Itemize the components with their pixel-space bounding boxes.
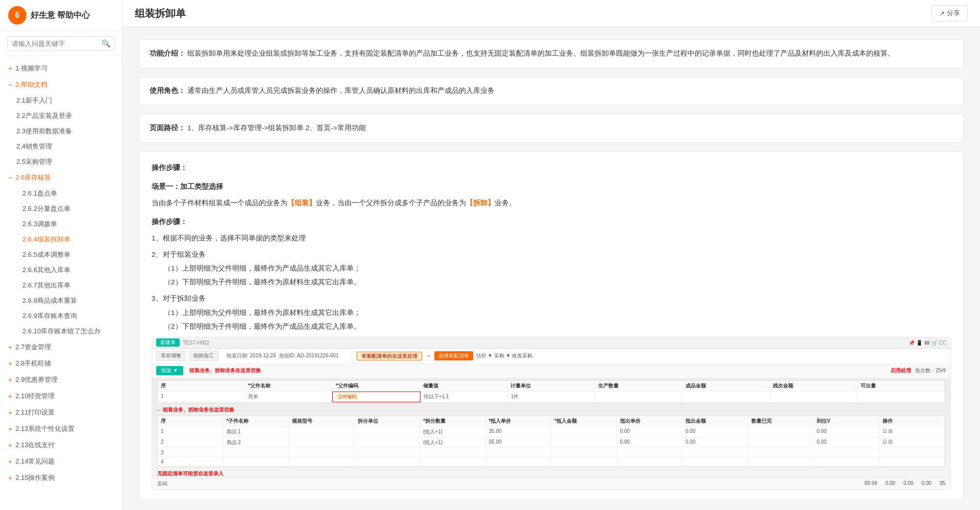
nav-label: 2.帮助文档 (15, 80, 47, 89)
expand-icon: + (8, 474, 12, 482)
scene1-title: 场景一：加工类型选择 (152, 180, 951, 193)
sidebar-item-faq[interactable]: + 2.14常见问题 (0, 453, 122, 470)
steps-main-title: 操作步骤： (152, 162, 951, 174)
fake-action: 估价 ▼ 采购 ▼ 收发采购 (476, 352, 533, 359)
fake-pcs: 批次数：25件 (915, 367, 946, 374)
sidebar-item-finance[interactable]: + 2.7资金管理 (0, 339, 122, 355)
fake-nav-btn1: 库存调整 (156, 351, 186, 361)
expand-icon: + (8, 408, 12, 417)
sidebar-item-2610[interactable]: 2.6.10库存账本错了怎么办 (0, 324, 122, 339)
screenshot-image: 新建单 TEST-H002 📌 📱 ☎ 🛒 CC 库存调整 组拆加工 组装日期:… (152, 337, 950, 489)
collapse-icon: − (8, 81, 12, 89)
role-intro-label: 使用角色： (150, 87, 185, 94)
nav-label: 2.14常见问题 (15, 457, 55, 466)
sidebar-item-268[interactable]: 2.6.8商品成本重算 (0, 293, 122, 308)
nav-label: 2.12系统个性化设置 (15, 424, 75, 433)
sidebar-item-269[interactable]: 2.6.9库存账本查询 (0, 308, 122, 324)
nav-label: 2.13在线支付 (15, 441, 55, 450)
fake-groupid: 批组ID: AD-20191226-001 (279, 352, 339, 359)
fake-testid: TEST-H002 (183, 340, 209, 346)
step1: 1、根据不同的业务，选择不同单据的类型来处理 (152, 232, 951, 245)
nav-label: 2.7资金管理 (15, 343, 51, 352)
role-intro-text: 通常由生产人员或库管人员完成拆装业务的操作，库管人员确认原材料的出库和产成品的入… (187, 87, 495, 94)
sidebar-item-261[interactable]: 2.6.1盘点单 (0, 186, 122, 201)
arrow-icon1: → (425, 352, 431, 359)
sidebar-item-inventory[interactable]: − 2.6库存核算 (0, 169, 122, 186)
fake-type-tab: 组装 ▼ (156, 366, 183, 375)
nav-label: 1.视频学习 (15, 64, 47, 73)
step3: 3、对于拆卸业务 (152, 293, 951, 305)
sidebar-item-docs[interactable]: − 2.帮助文档 (0, 77, 122, 93)
expand-icon: + (8, 457, 12, 466)
collapse-icon: − (8, 174, 12, 182)
sidebar-item-265[interactable]: 2.6.5成本调整单 (0, 247, 122, 262)
sidebar-item-print[interactable]: + 2.11打印设置 (0, 404, 122, 421)
nav-label: 2.10经营管理 (15, 392, 55, 401)
breadcrumb-box: 页面路径： 1、库存核算->库存管理->组装拆卸单 2、首页->常用功能 (139, 114, 964, 143)
share-button[interactable]: ↗ 分享 (932, 5, 968, 21)
sidebar-item-sales[interactable]: 2.4销售管理 (0, 139, 122, 154)
share-label: 分享 (947, 9, 960, 18)
step2-sub1: （1）上部明细为父件明细，最终作为产成品生成其它入库单； (164, 263, 951, 275)
expand-icon: + (8, 425, 12, 433)
annotation1-text: 有装配清单的在这里处理 (357, 352, 422, 360)
step3-sub1: （1）上部明细为父件明细，最终作为原材料生成其它出库单； (164, 307, 951, 319)
step2: 2、对于组装业务 (152, 249, 951, 261)
fake-footer-row: 页码 89.98 0.00 0.00 0.00 95 (152, 478, 950, 489)
sidebar-item-267[interactable]: 2.6.7其他出库单 (0, 278, 122, 293)
sidebar-item-cases[interactable]: + 2.15操作案例 (0, 470, 122, 486)
screenshot-container: 新建单 TEST-H002 📌 📱 ☎ 🛒 CC 库存调整 组拆加工 组装日期:… (152, 337, 951, 490)
fake-child-table: 序 *子件名称 规格型号 拆分单位 *拆分数量 *抵入单价 *抵入金额 抵出单价… (157, 416, 945, 467)
nav-label: 2.15操作案例 (15, 473, 55, 482)
steps-intro: 操作步骤： (152, 216, 951, 228)
breadcrumb-label: 页面路径： (150, 124, 185, 132)
fake-nav-btn2: 组拆加工 (189, 351, 218, 361)
sidebar-item-mobile[interactable]: + 2.8手机旺辅 (0, 355, 122, 372)
annotation2-label: ← 组装业务、拆卸业务在这里切换 (156, 407, 234, 412)
annotation4-text: 无固定清单可组货在这里录入 (157, 470, 224, 477)
expand-icon: + (8, 64, 12, 72)
annotation3-text: 启用处理 (891, 367, 911, 374)
sidebar-item-system[interactable]: + 2.12系统个性化设置 (0, 421, 122, 437)
expand-icon: + (8, 376, 12, 384)
top-bar: 组装拆卸单 ↗ 分享 (122, 0, 980, 27)
nav-label: 2.8手机旺辅 (15, 359, 51, 368)
sidebar-item-online-pay[interactable]: + 2.13在线支付 (0, 437, 122, 453)
sidebar: 6 好生意 帮助中心 🔍 + 1.视频学习 − 2.帮助文档 2.1新手入门 2… (0, 0, 122, 510)
content-area: 功能介绍： 组装拆卸单用来处理企业组装或拆卸等加工业务，支持有固定装配清单的产品… (122, 27, 980, 510)
expand-icon: + (8, 343, 12, 351)
logo-icon: 6 (8, 6, 27, 25)
search-icon[interactable]: 🔍 (102, 39, 110, 47)
sidebar-item-purchase[interactable]: 2.5采购管理 (0, 154, 122, 169)
sidebar-item-264[interactable]: 2.6.4组装拆卸单 (0, 232, 122, 247)
annotation2-text: 组装业务、拆卸业务在这里切换 (189, 367, 261, 374)
feature-intro-text: 组装拆卸单用来处理企业组装或拆卸等加工业务，支持有固定装配清单的产品加工业务，也… (187, 50, 895, 57)
logo-text: 好生意 帮助中心 (31, 10, 90, 21)
step3-sub2: （2）下部明细为子件明细，最终作为产成品生成其它入库单。 (164, 321, 951, 333)
sidebar-item-coupons[interactable]: + 2.9优惠券管理 (0, 372, 122, 388)
breadcrumb-text: 1、库存核算->库存管理->组装拆卸单 2、首页->常用功能 (187, 124, 366, 132)
search-input[interactable] (12, 40, 102, 47)
page-title: 组装拆卸单 (135, 7, 186, 20)
expand-icon: + (8, 441, 12, 449)
step2-sub2: （2）下部明细为子件明细，最终作为原材料生成其它出库单。 (164, 277, 951, 288)
sidebar-item-data-prep[interactable]: 2.3使用前数据准备 (0, 124, 122, 139)
sidebar-item-install[interactable]: 2.2产品安装及登录 (0, 108, 122, 124)
nav-label: 2.6库存核算 (15, 173, 51, 182)
sidebar-item-newcomer[interactable]: 2.1新手入门 (0, 93, 122, 108)
sidebar-item-262[interactable]: 2.6.2分量盘点单 (0, 201, 122, 216)
search-box: 🔍 (7, 36, 115, 51)
expand-icon: + (8, 359, 12, 368)
steps-content: 操作步骤： 场景一：加工类型选择 当由多个子件材料组装成一个成品的业务为【组装】… (139, 151, 964, 500)
fake-icons: 📌 📱 ☎ 🛒 CC (909, 340, 946, 346)
feature-intro-label: 功能介绍： (150, 50, 185, 57)
logo-area: 6 好生意 帮助中心 (0, 0, 122, 31)
main-content: 组装拆卸单 ↗ 分享 功能介绍： 组装拆卸单用来处理企业组装或拆卸等加工业务，支… (122, 0, 980, 510)
sidebar-item-operations[interactable]: + 2.10经营管理 (0, 388, 122, 404)
fake-date: 组装日期: 2019-12-26 (227, 352, 276, 359)
sidebar-item-videos[interactable]: + 1.视频学习 (0, 60, 122, 77)
expand-icon: + (8, 392, 12, 400)
nav-tree: + 1.视频学习 − 2.帮助文档 2.1新手入门 2.2产品安装及登录 2.3… (0, 56, 122, 510)
sidebar-item-266[interactable]: 2.6.6其他入库单 (0, 262, 122, 278)
sidebar-item-263[interactable]: 2.6.3调拨单 (0, 216, 122, 232)
